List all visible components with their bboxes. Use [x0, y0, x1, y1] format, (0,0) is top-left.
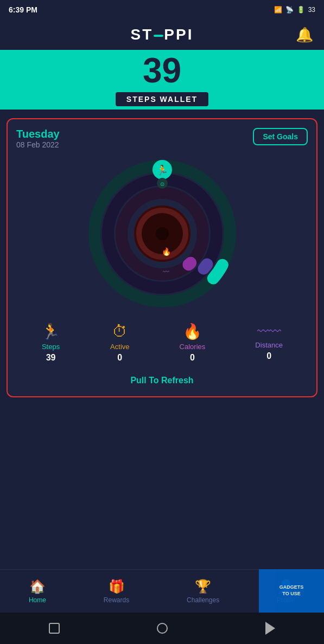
challenges-icon: 🏆 — [195, 579, 211, 594]
distance-value: 0 — [266, 351, 271, 361]
watermark-text: GADGETSTO USE — [279, 584, 304, 597]
stats-row: 🏃 Steps 39 ⏱ Active 0 🔥 Calories 0 〰〰 Di… — [16, 323, 308, 363]
home-label: Home — [29, 596, 46, 604]
set-goals-button[interactable]: Set Goals — [253, 128, 308, 145]
svg-text:⊙: ⊙ — [160, 181, 164, 187]
day-info: Tuesday 08 Feb 2022 — [16, 128, 60, 149]
main-card: Tuesday 08 Feb 2022 Set Goals — [7, 118, 317, 397]
nav-challenges[interactable]: 🏆 Challenges — [187, 579, 219, 604]
status-time: 6:39 PM — [9, 5, 37, 14]
calories-label: Calories — [180, 343, 206, 351]
rewards-icon: 🎁 — [109, 579, 125, 594]
day-date: 08 Feb 2022 — [16, 140, 60, 149]
home-icon: 🏠 — [29, 579, 46, 594]
activity-rings: 🏃 ⊙ 🔥 〰 — [16, 158, 308, 310]
battery-icon: 🔋 — [297, 6, 305, 14]
recent-apps-button[interactable] — [49, 623, 60, 634]
calories-value: 0 — [190, 353, 195, 363]
svg-text:🔥: 🔥 — [161, 247, 171, 256]
nav-home[interactable]: 🏠 Home — [29, 579, 46, 604]
active-icon: ⏱ — [112, 323, 128, 340]
watermark: GADGETSTO USE — [259, 569, 324, 613]
system-bar — [0, 613, 324, 644]
svg-text:〰: 〰 — [163, 268, 169, 276]
svg-point-8 — [156, 227, 169, 240]
stat-calories: 🔥 Calories 0 — [180, 323, 206, 363]
status-bar: 6:39 PM 📶 📡 🔋 33 — [0, 0, 324, 20]
app-header: STPPI 🔔 — [0, 20, 324, 50]
challenges-label: Challenges — [187, 596, 219, 604]
steps-count: 39 — [143, 53, 181, 88]
app-logo: STPPI — [131, 26, 194, 43]
rewards-label: Rewards — [104, 596, 129, 604]
day-name: Tuesday — [16, 128, 60, 140]
battery-level: 33 — [308, 6, 315, 14]
steps-label: Steps — [42, 343, 60, 351]
nav-rewards[interactable]: 🎁 Rewards — [104, 579, 129, 604]
pull-to-refresh: Pull To Refresh — [16, 371, 308, 388]
active-label: Active — [110, 343, 129, 351]
steps-value: 39 — [46, 353, 56, 363]
steps-wallet-label: STEPS WALLET — [116, 92, 208, 106]
card-header: Tuesday 08 Feb 2022 Set Goals — [16, 128, 308, 149]
steps-icon: 🏃 — [41, 323, 60, 340]
svg-text:🏃: 🏃 — [156, 164, 169, 176]
stat-active: ⏱ Active 0 — [110, 323, 129, 363]
status-icons: 📶 📡 🔋 33 — [274, 6, 315, 14]
home-button[interactable] — [157, 623, 168, 634]
rings-svg: 🏃 ⊙ 🔥 〰 — [86, 158, 238, 310]
active-value: 0 — [117, 353, 122, 363]
back-button[interactable] — [265, 622, 275, 635]
wifi-icon: 📡 — [285, 6, 294, 14]
stat-steps: 🏃 Steps 39 — [41, 323, 60, 363]
steps-wallet-banner: 39 STEPS WALLET — [0, 50, 324, 110]
bell-icon[interactable]: 🔔 — [296, 27, 313, 43]
stat-distance: 〰〰 Distance 0 — [255, 325, 283, 361]
calories-icon: 🔥 — [183, 323, 202, 340]
distance-label: Distance — [255, 341, 283, 349]
signal-icon: 📶 — [274, 6, 282, 14]
distance-icon: 〰〰 — [257, 325, 281, 339]
